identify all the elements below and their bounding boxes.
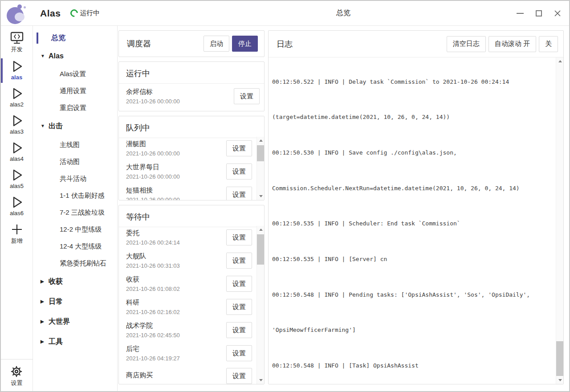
task-setting-button[interactable]: 设置 <box>234 88 260 104</box>
sidebar-item[interactable]: 重启设置 <box>33 99 117 116</box>
scroll-up-icon[interactable] <box>257 226 265 233</box>
task-next-run-time: 2021-10-26 00:00:00 <box>126 196 180 200</box>
task-name: 大世界每日 <box>126 163 180 172</box>
gear-icon <box>10 365 24 378</box>
autoscroll-on-button[interactable]: 自动滚动 开 <box>489 36 536 52</box>
scrollbar-thumb[interactable] <box>556 341 564 376</box>
add-instance-button[interactable]: 新增 <box>1 220 33 249</box>
queued-scrollbar[interactable] <box>256 137 264 200</box>
scroll-up-icon[interactable] <box>556 57 564 65</box>
sidebar-item[interactable]: Alas设置 <box>33 65 117 82</box>
nav-rail-instance-label: alas4 <box>10 155 24 162</box>
sidebar-item-label: 1-1 伏击刷好感 <box>60 192 105 199</box>
task-next-run-time: 2021-10-26 00:24:14 <box>126 239 180 246</box>
sidebar-item-label: 总览 <box>51 34 65 41</box>
task-setting-button[interactable]: 设置 <box>226 140 252 156</box>
task-setting-button[interactable]: 设置 <box>226 276 252 292</box>
sidebar-item[interactable]: 主线图 <box>33 136 117 153</box>
sidebar-item[interactable]: 7-2 三战捡垃圾 <box>33 204 117 221</box>
nav-rail-dev[interactable]: 开发 <box>1 29 33 57</box>
task-next-run-time: 2021-10-26 00:00:00 <box>126 173 180 180</box>
task-setting-button[interactable]: 设置 <box>226 187 252 200</box>
sidebar-item[interactable]: ▶工具 <box>33 332 117 352</box>
queued-card: 队列中 潜艇图 2021-10-26 00:00:00 设置 大世界每日 202… <box>118 116 265 200</box>
task-name: 委托 <box>126 229 180 237</box>
sidebar-item[interactable]: 紧急委托刷钻石 <box>33 255 117 272</box>
log-title: 日志 <box>277 39 293 49</box>
sidebar-item[interactable]: 通用设置 <box>33 82 117 99</box>
minimize-button[interactable] <box>513 6 527 20</box>
log-line: 'OpsiMeowfficerFarming'] <box>272 326 555 335</box>
task-setting-button[interactable]: 设置 <box>226 229 252 245</box>
task-info: 短猫相接 2021-10-26 00:00:00 <box>126 186 180 200</box>
tree-arrow-icon: ▼ <box>41 123 49 128</box>
close-button[interactable] <box>550 6 565 20</box>
sidebar-item[interactable]: ▼出击 <box>33 116 117 136</box>
alas-app-window: Alas 运行中 总览 <box>0 0 570 392</box>
task-setting-button[interactable]: 设置 <box>226 163 252 180</box>
status-text: 运行中 <box>80 9 100 17</box>
nav-rail-instance[interactable]: alas4 <box>1 139 33 166</box>
sidebar-item-label: 共斗活动 <box>60 175 86 182</box>
sidebar-item[interactable]: 活动图 <box>33 153 117 170</box>
scrollbar-thumb[interactable] <box>257 145 265 161</box>
task-row: 后宅 2021-10-26 04:19:27 设置 <box>119 342 256 365</box>
app-title: Alas <box>40 8 61 19</box>
nav-rail-instance[interactable]: alas6 <box>1 193 33 220</box>
sidebar-item[interactable]: ▼Alas <box>33 47 117 65</box>
task-next-run-time: 2021-10-26 02:16:02 <box>126 309 180 315</box>
scroll-down-icon[interactable] <box>257 376 265 384</box>
log-lines: 00:12:50.522 | INFO | Delay task `Commis… <box>272 60 555 384</box>
nav-rail-instance[interactable]: alas <box>1 57 33 84</box>
nav-rail: 开发 alas alas2 alas3 alas4 alas5 <box>1 26 33 392</box>
sidebar-item[interactable]: 12-2 中型练级 <box>33 221 117 238</box>
add-instance-label: 新增 <box>11 237 23 245</box>
task-setting-button[interactable]: 设置 <box>226 345 252 361</box>
sidebar-item[interactable]: 12-4 大型练级 <box>33 238 117 255</box>
task-name: 短猫相接 <box>126 186 180 195</box>
task-name: 余烬信标 <box>126 88 180 96</box>
scroll-up-icon[interactable] <box>257 137 265 144</box>
scheduler-start-button[interactable]: 启动 <box>204 36 229 52</box>
task-setting-button[interactable]: 设置 <box>226 253 252 269</box>
sidebar-item[interactable]: ▶收获 <box>33 272 117 292</box>
settings-button[interactable]: 设置 <box>1 359 33 392</box>
maximize-button[interactable] <box>532 6 546 20</box>
scroll-down-icon[interactable] <box>257 192 265 200</box>
task-name: 商店购买 <box>126 371 153 380</box>
task-setting-button[interactable]: 设置 <box>226 299 252 315</box>
running-card: 运行中 余烬信标 2021-10-26 00:00:00 设置 <box>118 61 265 111</box>
sidebar-item[interactable]: 总览 <box>33 31 117 45</box>
log-panel: 日志 清空日志 自动滚动 开 关 00:12:50.522 | INFO | D… <box>268 30 564 384</box>
tree-arrow-icon: ▶ <box>41 339 49 344</box>
task-name: 潜艇图 <box>126 140 180 148</box>
scroll-down-icon[interactable] <box>556 376 564 384</box>
play-icon <box>10 196 24 209</box>
task-sidebar: 总览 ▼Alas Alas设置 通用设置 重启设置 ▼出击 主线图 活动图 共斗… <box>33 26 118 392</box>
sidebar-item[interactable]: ▶日常 <box>33 292 117 312</box>
sidebar-item-label: 大世界 <box>49 318 70 325</box>
scrollbar-thumb[interactable] <box>257 234 265 265</box>
titlebar: Alas 运行中 总览 <box>1 1 569 26</box>
nav-rail-instance[interactable]: alas3 <box>1 111 33 139</box>
running-title: 运行中 <box>119 62 264 84</box>
sidebar-item[interactable]: 1-1 伏击刷好感 <box>33 187 117 204</box>
task-setting-button[interactable]: 设置 <box>226 322 252 338</box>
autoscroll-off-button[interactable]: 关 <box>539 36 558 52</box>
play-icon <box>10 114 24 127</box>
log-scrollbar[interactable] <box>556 57 563 384</box>
task-row: 短猫相接 2021-10-26 00:00:00 设置 <box>119 183 256 200</box>
nav-rail-instance[interactable]: alas2 <box>1 84 33 111</box>
clear-log-button[interactable]: 清空日志 <box>447 36 486 52</box>
sidebar-item[interactable]: ▶大世界 <box>33 312 117 332</box>
plus-icon <box>10 223 24 236</box>
task-setting-button[interactable]: 设置 <box>226 368 252 384</box>
waiting-scrollbar[interactable] <box>256 226 264 384</box>
scheduler-stop-button[interactable]: 停止 <box>232 36 258 52</box>
sidebar-item-label: 出击 <box>49 122 63 130</box>
task-next-run-time: 2021-10-26 01:08:02 <box>126 286 180 292</box>
nav-rail-instance[interactable]: alas5 <box>1 166 33 193</box>
scheduler-title: 调度器 <box>127 38 151 49</box>
sidebar-item[interactable]: 共斗活动 <box>33 170 117 187</box>
sidebar-item-label: 主线图 <box>60 141 80 148</box>
